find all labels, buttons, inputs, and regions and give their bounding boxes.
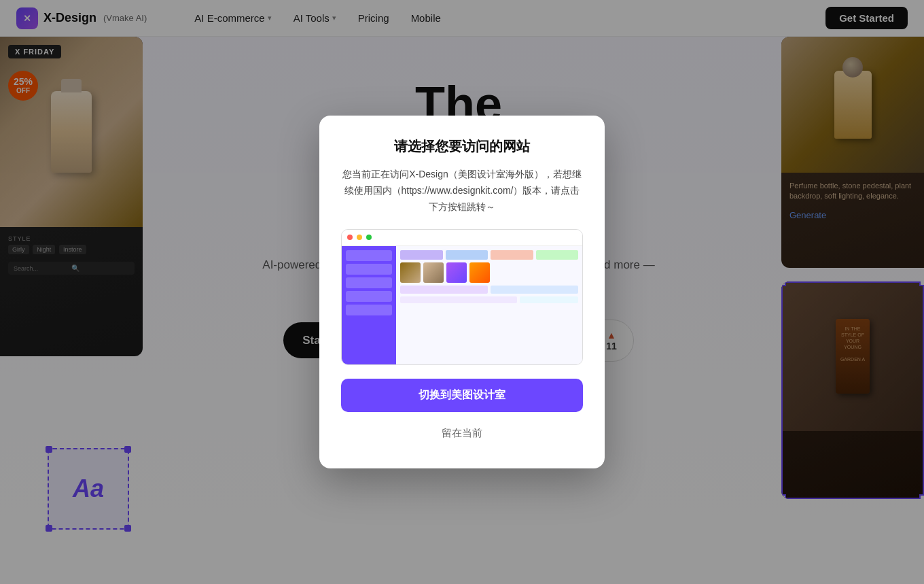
modal-preview	[341, 229, 583, 365]
modal-body: 您当前正在访问X-Design（美图设计室海外版），若想继续使用国内（https…	[341, 167, 583, 215]
preview-main	[396, 246, 582, 364]
preview-content	[342, 246, 582, 364]
modal-title: 请选择您要访问的网站	[341, 137, 583, 156]
dot-green	[366, 235, 372, 240]
dot-red	[347, 235, 353, 240]
modal-overlay: 请选择您要访问的网站 您当前正在访问X-Design（美图设计室海外版），若想继…	[0, 0, 924, 584]
stay-button[interactable]: 留在当前	[341, 420, 583, 447]
preview-ui	[342, 230, 582, 364]
modal-dialog: 请选择您要访问的网站 您当前正在访问X-Design（美图设计室海外版），若想继…	[319, 116, 605, 468]
dot-yellow	[357, 235, 362, 240]
preview-sidebar	[342, 246, 396, 364]
switch-button[interactable]: 切换到美图设计室	[341, 379, 583, 412]
preview-topbar	[342, 230, 582, 246]
